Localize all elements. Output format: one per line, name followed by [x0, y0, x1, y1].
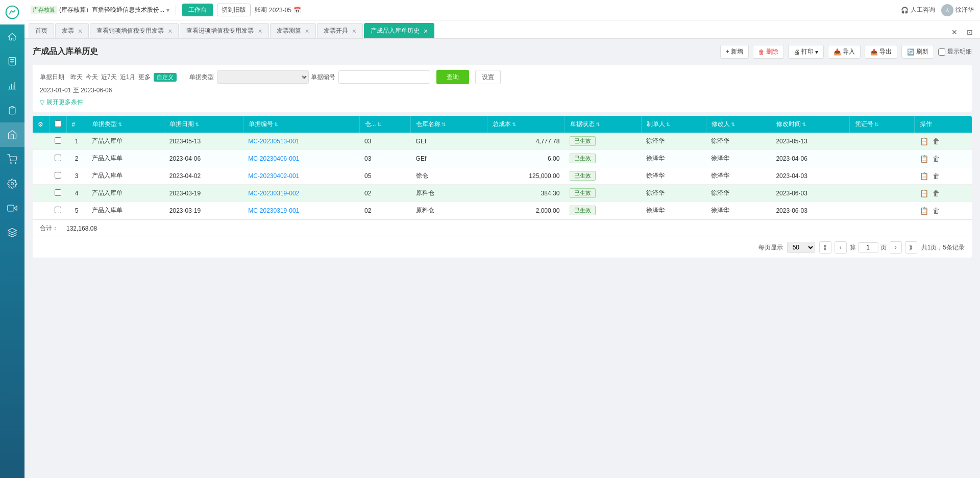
next-page-btn[interactable]: › [890, 241, 902, 254]
row-edit-btn-1[interactable]: 📋 [920, 137, 928, 145]
tab-product-inbound[interactable]: 产成品入库单历史 × [364, 23, 434, 38]
sidebar-item-reports[interactable] [0, 98, 24, 122]
shortcut-yesterday[interactable]: 昨天 [70, 73, 83, 82]
sidebar-item-media[interactable] [0, 196, 24, 220]
row-edit-btn-5[interactable]: 📋 [920, 207, 928, 215]
row-check-3[interactable] [49, 167, 66, 185]
tab-close-all-btn[interactable]: ✕ [948, 26, 961, 38]
print-button[interactable]: 🖨 打印 ▾ [788, 45, 824, 59]
select-all-checkbox[interactable] [55, 120, 61, 127]
row-delete-btn-1[interactable]: 🗑 [933, 137, 940, 145]
sidebar-item-settings2[interactable] [0, 171, 24, 196]
col-total-cost[interactable]: 总成本⇅ [487, 116, 565, 133]
row-mtime-2: 2023-04-06 [771, 150, 849, 167]
row-check-5[interactable] [49, 202, 66, 219]
tab-invoices[interactable]: 发票 × [55, 23, 89, 38]
show-detail-checkbox[interactable] [938, 48, 945, 56]
row-delete-btn-4[interactable]: 🗑 [933, 189, 940, 197]
row-wh-code-1: 03 [359, 133, 411, 150]
row-checkbox-2[interactable] [55, 155, 61, 161]
tab-view-purchase[interactable]: 查看进项增值税专用发票 × [180, 23, 268, 38]
delete-button[interactable]: 🗑 删除 [753, 45, 784, 59]
row-number-3[interactable]: MC-20230402-001 [243, 167, 359, 185]
row-checkbox-4[interactable] [55, 189, 61, 196]
last-page-btn[interactable]: ⟫ [905, 241, 917, 254]
row-settings-5 [33, 202, 49, 219]
row-number-1[interactable]: MC-20230513-001 [243, 133, 359, 150]
shortcut-1month[interactable]: 近1月 [120, 73, 136, 82]
col-warehouse-name[interactable]: 仓库名称⇅ [411, 116, 487, 133]
row-edit-btn-2[interactable]: 📋 [920, 155, 928, 163]
switch-version-button[interactable]: 切到旧版 [217, 4, 251, 16]
tab-close-issue[interactable]: × [352, 28, 356, 35]
row-edit-btn-3[interactable]: 📋 [920, 172, 928, 180]
refresh-button[interactable]: 🔄 刷新 [901, 45, 934, 59]
row-edit-btn-4[interactable]: 📋 [920, 189, 928, 197]
sidebar-item-invoice[interactable] [0, 49, 24, 73]
tab-issue[interactable]: 发票开具 × [317, 23, 363, 38]
type-select[interactable] [217, 70, 309, 84]
col-type[interactable]: 单据类型⇅ [87, 116, 164, 133]
row-voucher-5 [850, 202, 915, 219]
page-number-input[interactable] [858, 242, 878, 253]
row-number-4[interactable]: MC-20230319-002 [243, 185, 359, 202]
col-creator[interactable]: 制单人⇅ [641, 116, 706, 133]
row-number-5[interactable]: MC-20230319-001 [243, 202, 359, 219]
refresh-icon: 🔄 [907, 48, 915, 56]
col-status[interactable]: 单据状态⇅ [565, 116, 641, 133]
row-delete-btn-5[interactable]: 🗑 [933, 207, 940, 215]
shortcut-more[interactable]: 更多 [138, 73, 151, 82]
sidebar-item-home[interactable] [0, 24, 24, 49]
toolbar: + 新增 🗑 删除 🖨 打印 ▾ 📥 导入 📤 [720, 45, 972, 59]
col-modifier[interactable]: 修改人⇅ [706, 116, 771, 133]
page-total-info: 共1页，5条记录 [921, 243, 965, 252]
row-checkbox-1[interactable] [55, 137, 61, 144]
number-input[interactable] [338, 70, 430, 84]
sidebar-item-analytics[interactable] [0, 73, 24, 98]
expand-more-btn[interactable]: ▽ 展开更多条件 [40, 98, 965, 107]
custom-badge[interactable]: 自定义 [154, 73, 177, 82]
tab-expand-btn[interactable]: ⊡ [964, 26, 976, 38]
tab-home[interactable]: 首页 [29, 23, 54, 38]
company-dropdown-icon[interactable]: ▾ [166, 7, 169, 14]
new-button[interactable]: + 新增 [720, 45, 749, 59]
row-checkbox-3[interactable] [55, 172, 61, 179]
row-delete-btn-2[interactable]: 🗑 [933, 155, 940, 163]
col-warehouse-code[interactable]: 仓...⇅ [359, 116, 411, 133]
col-modify-time[interactable]: 修改时间⇅ [771, 116, 849, 133]
export-button[interactable]: 📤 导出 [865, 45, 897, 59]
tab-view-sales[interactable]: 查看销项增值税专用发票 × [90, 23, 179, 38]
filter-settings-button[interactable]: 设置 [475, 70, 501, 84]
row-number-2[interactable]: MC-20230406-001 [243, 150, 359, 167]
page-size-select[interactable]: 20 50 100 [787, 242, 815, 253]
col-voucher[interactable]: 凭证号⇅ [850, 116, 915, 133]
calendar-icon[interactable]: 📅 [293, 7, 301, 14]
tab-close-invoices[interactable]: × [78, 28, 82, 35]
user-service-btn[interactable]: 🎧 人工咨询 [901, 6, 935, 14]
tab-close-calc[interactable]: × [305, 28, 309, 35]
sidebar-item-warehouse[interactable] [0, 122, 24, 147]
sidebar-item-version[interactable] [0, 220, 24, 245]
shortcut-7days[interactable]: 近7天 [101, 73, 117, 82]
col-settings[interactable]: ⚙ [33, 116, 49, 133]
col-number[interactable]: 单据编号⇅ [243, 116, 359, 133]
row-check-2[interactable] [49, 150, 66, 167]
show-detail-toggle[interactable]: 显示明细 [938, 47, 972, 56]
row-delete-btn-3[interactable]: 🗑 [933, 172, 940, 180]
tab-close-product-inbound[interactable]: × [424, 28, 428, 35]
sidebar-item-purchase[interactable] [0, 147, 24, 171]
prev-page-btn[interactable]: ‹ [835, 241, 847, 254]
workbench-button[interactable]: 工作台 [182, 4, 213, 16]
first-page-btn[interactable]: ⟪ [819, 241, 831, 254]
row-check-1[interactable] [49, 133, 66, 150]
tab-calc[interactable]: 发票测算 × [270, 23, 316, 38]
tab-close-view-sales[interactable]: × [168, 28, 172, 35]
import-button[interactable]: 📥 导入 [828, 45, 861, 59]
shortcut-today[interactable]: 今天 [86, 73, 98, 82]
row-check-4[interactable] [49, 185, 66, 202]
query-button[interactable]: 查询 [436, 70, 469, 84]
tab-close-view-purchase[interactable]: × [258, 28, 262, 35]
col-date[interactable]: 单据日期⇅ [164, 116, 243, 133]
user-menu[interactable]: 人 徐泽华 [941, 4, 974, 16]
row-checkbox-5[interactable] [55, 207, 61, 213]
